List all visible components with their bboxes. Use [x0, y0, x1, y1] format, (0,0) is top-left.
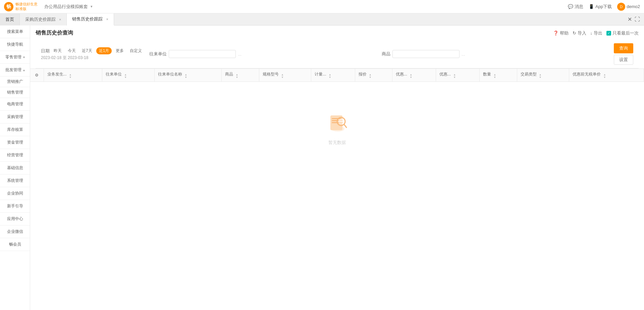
sidebar-item-search-menu[interactable]: 搜索菜单 [0, 25, 30, 38]
goods-dots[interactable]: ... [462, 52, 465, 57]
sidebar: 搜索菜单 快捷导航 零售管理 ▾ 批发管理 ▴ 营销推广 销售管理 电商管理 采… [0, 25, 30, 310]
sidebar-item-sales-mgmt[interactable]: 销售管理 [0, 87, 30, 98]
goods-input[interactable] [392, 50, 460, 58]
enterprise-coop-label: 企业协同 [7, 191, 23, 196]
table-col-partner-name[interactable]: 往来单位名称 ▲▼ [154, 69, 221, 82]
sidebar-item-marketing[interactable]: 营销推广 [0, 76, 30, 87]
sidebar-item-enterprise-coop[interactable]: 企业协同 [0, 187, 30, 200]
sidebar-item-basic-info[interactable]: 基础信息 [0, 162, 30, 174]
only-last-check[interactable]: ✓ 只看最后一次 [606, 30, 639, 36]
sort-arrows-quantity: ▲▼ [493, 73, 496, 79]
date-option-last7days[interactable]: 近7天 [80, 47, 94, 54]
enterprise-wechat-label: 企业微信 [7, 229, 23, 235]
vip-label: 畅会员 [9, 242, 21, 247]
logo-area: 畅 畅捷信好生意 标准版 [4, 2, 38, 11]
sort-arrows-unit: ▲▼ [329, 73, 331, 79]
tab-sales-history-close[interactable]: × [106, 17, 108, 21]
table-col-trade-type[interactable]: 交易类型 ▲▼ [517, 69, 569, 82]
ecommerce-mgmt-label: 电商管理 [7, 101, 23, 107]
svg-rect-2 [332, 118, 341, 119]
tab-purchase-history-label: 采购历史价跟踪 [25, 16, 56, 22]
table-wrapper: ⚙ 业务发生... ▲▼ 往来单位 ▲▼ 往来单位名称 ▲▼ [30, 69, 644, 310]
export-icon: ↓ [590, 31, 593, 36]
tabbar-actions: ✕ ⛶ [624, 16, 644, 22]
import-btn[interactable]: ↻ 导入 [573, 30, 586, 36]
tab-home[interactable]: 首页 [0, 13, 20, 25]
goods-label: 商品 [382, 51, 390, 57]
help-btn[interactable]: ❓ 帮助 [553, 30, 569, 36]
sidebar-item-inventory[interactable]: 库存核算 [0, 123, 30, 136]
partner-input[interactable] [169, 50, 236, 58]
import-icon: ↻ [573, 31, 576, 36]
table-col-spec[interactable]: 规格型号 ▲▼ [259, 69, 311, 82]
table-col-quote[interactable]: 报价 ▲▼ [355, 69, 392, 82]
basic-info-label: 基础信息 [7, 165, 23, 171]
sidebar-item-purchase-mgmt[interactable]: 采购管理 [0, 111, 30, 123]
date-option-yesterday[interactable]: 昨天 [52, 47, 64, 54]
svg-line-7 [344, 124, 346, 127]
sidebar-item-business-mgmt[interactable]: 经营管理 [0, 149, 30, 162]
table-col-unit[interactable]: 计量... ▲▼ [311, 69, 355, 82]
filter-bar: 日期 昨天 今天 近7天 近1月 更多 自定义 2023-02-18 至 202… [36, 40, 639, 68]
sort-arrows-spec: ▲▼ [281, 73, 284, 79]
date-option-last1month[interactable]: 近1月 [96, 47, 112, 54]
main-layout: 搜索菜单 快捷导航 零售管理 ▾ 批发管理 ▴ 营销推广 销售管理 电商管理 采… [0, 25, 644, 310]
table-col-quantity[interactable]: 数量 ▲▼ [480, 69, 517, 82]
tab-sales-history[interactable]: 销售历史价跟踪 × [67, 13, 114, 25]
sort-arrows-tax-free-price: ▲▼ [603, 73, 606, 79]
date-option-more[interactable]: 更多 [114, 47, 126, 54]
sidebar-item-finance-mgmt[interactable]: 资金管理 [0, 136, 30, 149]
help-icon: ❓ [553, 31, 558, 36]
sidebar-item-quick-nav[interactable]: 快捷导航 [0, 38, 30, 51]
tab-purchase-history[interactable]: 采购历史价跟踪 × [20, 13, 67, 25]
table-col-partner-code[interactable]: 往来单位 ▲▼ [102, 69, 154, 82]
table-col-tax-free-price[interactable]: 优惠前无税单价 ▲▼ [569, 69, 644, 82]
sort-arrows-biz-date: ▲▼ [69, 73, 72, 79]
sidebar-item-ecommerce-mgmt[interactable]: 电商管理 [0, 98, 30, 111]
topbar-title: 办公用品行业模拟账套 [44, 4, 88, 10]
partner-dots[interactable]: ... [238, 52, 241, 57]
date-option-today[interactable]: 今天 [66, 47, 78, 54]
tab-home-label: 首页 [5, 16, 14, 22]
topbar-right: 💬 消息 📱 App下载 D demo2 [568, 3, 640, 11]
message-btn[interactable]: 💬 消息 [568, 4, 583, 10]
only-last-checkbox[interactable]: ✓ [606, 31, 611, 36]
sidebar-item-vip[interactable]: 畅会员 [0, 238, 30, 251]
sidebar-item-enterprise-wechat[interactable]: 企业微信 [0, 225, 30, 238]
content-area: 销售历史价查询 ❓ 帮助 ↻ 导入 ↓ 导出 ✓ [30, 25, 644, 310]
table-settings-icon[interactable]: ⚙ [35, 73, 39, 78]
sort-arrows-discount2: ▲▼ [453, 73, 456, 79]
date-range: 2023-02-18 至 2023-03-18 [41, 55, 144, 61]
empty-icon [324, 109, 351, 136]
user-area[interactable]: D demo2 [617, 3, 640, 11]
maximize-window-btn[interactable]: ⛶ [635, 16, 640, 22]
table-header-row: ⚙ 业务发生... ▲▼ 往来单位 ▲▼ 往来单位名称 ▲▼ [30, 69, 644, 82]
tab-purchase-history-close[interactable]: × [59, 17, 61, 21]
system-mgmt-label: 系统管理 [7, 178, 23, 184]
app-download-btn[interactable]: 📱 App下载 [589, 4, 612, 10]
marketing-label: 营销推广 [7, 79, 23, 84]
table-col-goods[interactable]: 商品 ▲▼ [222, 69, 259, 82]
search-menu-label: 搜索菜单 [7, 29, 23, 35]
export-btn[interactable]: ↓ 导出 [590, 30, 603, 36]
table-col-discount1[interactable]: 优惠... ▲▼ [392, 69, 436, 82]
sidebar-item-new-guide[interactable]: 新手引导 [0, 200, 30, 213]
settings-button[interactable]: 设置 [614, 55, 633, 65]
import-label: 导入 [578, 30, 586, 36]
search-button[interactable]: 查询 [614, 43, 633, 53]
close-window-btn[interactable]: ✕ [628, 16, 632, 22]
table-col-biz-date[interactable]: 业务发生... ▲▼ [44, 69, 102, 82]
sidebar-item-retail-mgmt[interactable]: 零售管理 ▾ [0, 51, 30, 64]
table-col-discount2[interactable]: 优惠... ▲▼ [436, 69, 480, 82]
sidebar-item-system-mgmt[interactable]: 系统管理 [0, 174, 30, 187]
sidebar-item-app-center[interactable]: 应用中心 [0, 213, 30, 225]
business-mgmt-label: 经营管理 [7, 152, 23, 158]
sidebar-item-wholesale-mgmt[interactable]: 批发管理 ▴ [0, 64, 30, 76]
sales-mgmt-label: 销售管理 [7, 90, 23, 95]
finance-mgmt-label: 资金管理 [7, 140, 23, 145]
topbar-dropdown-icon[interactable]: ▾ [91, 4, 93, 9]
date-option-custom[interactable]: 自定义 [128, 47, 144, 54]
table-col-settings[interactable]: ⚙ [30, 69, 44, 82]
data-table: ⚙ 业务发生... ▲▼ 往来单位 ▲▼ 往来单位名称 ▲▼ [30, 69, 644, 82]
svg-point-6 [338, 119, 344, 124]
